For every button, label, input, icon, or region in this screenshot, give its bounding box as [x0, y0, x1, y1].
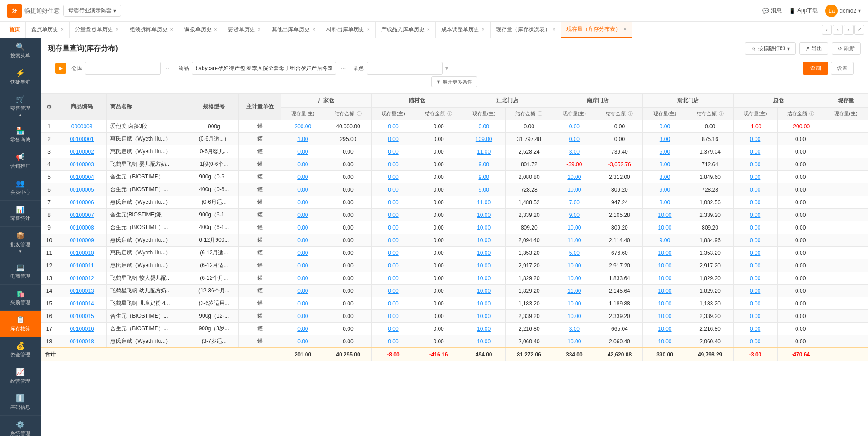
tab-stock-dist[interactable]: 现存量（库存分布表） ×	[561, 22, 632, 38]
table-container[interactable]: ⚙ 商品编码 商品名称 规格型号 主计量单位 厂家仓 陆村仓 江北门店 南岸门店…	[41, 94, 868, 436]
th-gear[interactable]: ⚙	[41, 94, 57, 120]
tab-material-out-close[interactable]: ×	[367, 27, 370, 32]
sidebar-item-marketing[interactable]: 📢 营销推广	[0, 148, 41, 174]
message-button[interactable]: 💬 消息	[762, 7, 782, 14]
retail-mgmt-icon: 🛒	[16, 95, 25, 103]
tab-inventory-count[interactable]: 盘点单历史 ×	[26, 22, 70, 38]
table-cell: 0.00	[733, 221, 777, 234]
table-row: 1700100016合生元（BIOSTIME）...900g（3岁...罐0.0…	[41, 323, 868, 335]
goods-dots-button[interactable]: ···	[339, 65, 348, 72]
print-button[interactable]: 🖨 按模版打印 ▾	[745, 42, 796, 55]
tab-finished-in-close[interactable]: ×	[427, 27, 430, 32]
sidebar-item-ops[interactable]: 📈 经营管理	[0, 363, 41, 389]
refresh-button[interactable]: ↺ 刷新	[832, 42, 861, 55]
query-button[interactable]: 查询	[803, 62, 828, 75]
summary-cell: -416.16	[415, 348, 462, 361]
fac-amt-info-icon[interactable]: ⓘ	[357, 111, 362, 116]
nav-close-all-button[interactable]: ×	[844, 25, 854, 35]
table-cell: 15	[41, 297, 57, 310]
table-cell: 0.00	[733, 209, 777, 221]
table-cell: 0.00	[372, 145, 415, 158]
warehouse-dots-button[interactable]: ···	[164, 65, 173, 72]
sidebar-item-retail-shop[interactable]: 🏪 零售商城	[0, 122, 41, 148]
tab-split-count[interactable]: 分量盘点单历史 ×	[70, 22, 124, 38]
top-bar: 好 畅捷通好生意 母婴行业演示陈套 ▾ 💬 消息 📱 App下载 Ea demo…	[0, 0, 868, 22]
jb-amt-info-icon[interactable]: ⓘ	[538, 111, 542, 116]
nav-prev-arrow[interactable]: ‹	[822, 25, 832, 35]
sidebar-item-search[interactable]: 🔍 搜索英单	[0, 38, 41, 64]
nav-next-arrow[interactable]: ›	[833, 25, 843, 35]
sidebar-item-member[interactable]: 👥 会员中心	[0, 174, 41, 201]
tab-transfer-close[interactable]: ×	[214, 27, 217, 32]
settings-button[interactable]: 设置	[831, 62, 854, 75]
tab-requisition-close[interactable]: ×	[258, 27, 260, 32]
th-jb-stock: 现存量(主)	[462, 108, 506, 120]
sidebar-item-system[interactable]: ⚙️ 系统管理	[0, 416, 41, 436]
tab-other-out[interactable]: 其他出库单历史 ×	[266, 22, 321, 38]
sidebar-item-retail-stats-label: 零售统计	[10, 215, 30, 222]
tab-finished-in[interactable]: 产成品入库单历史 ×	[376, 22, 436, 38]
tab-assembly[interactable]: 组装拆卸单历史 ×	[124, 22, 179, 38]
sidebar-item-finance[interactable]: 💰 资金管理	[0, 337, 41, 363]
tab-split-count-close[interactable]: ×	[116, 27, 118, 32]
gear-icon[interactable]: ⚙	[46, 103, 53, 111]
sidebar-item-inventory[interactable]: 📋 库存核算	[0, 311, 41, 337]
tab-stock-dist-close[interactable]: ×	[623, 27, 626, 32]
table-row: 1800100018惠氏启赋（Wyeth illu...）(3-7岁适...罐0…	[41, 335, 868, 348]
table-cell: 2,094.40	[506, 234, 552, 247]
tab-home[interactable]: 首页	[4, 22, 26, 38]
table-cell: 16	[41, 310, 57, 323]
tab-material-out[interactable]: 材料出库单历史 ×	[321, 22, 376, 38]
table-cell: 0.00	[687, 120, 733, 133]
summary-cell: 40,295.00	[325, 348, 371, 361]
table-cell: 2	[41, 133, 57, 145]
table-cell: 9	[41, 221, 57, 234]
tab-requisition[interactable]: 要货单历史 ×	[222, 22, 266, 38]
tab-cost-adj[interactable]: 成本调整单历史 ×	[436, 22, 491, 38]
color-input[interactable]	[367, 62, 443, 75]
tab-transfer[interactable]: 调拨单历史 ×	[179, 22, 223, 38]
tab-home-label: 首页	[9, 26, 20, 33]
table-cell: 惠氏启赋（Wyeth illu...）	[107, 133, 189, 145]
filter-collapse-button[interactable]: ▶	[55, 63, 66, 74]
avatar: Ea	[825, 5, 838, 17]
table-cell: 惠氏启赋（Wyeth illu...）	[107, 247, 189, 259]
luc-amt-info-icon[interactable]: ⓘ	[447, 111, 452, 116]
yb-amt-info-icon[interactable]: ⓘ	[719, 111, 724, 116]
table-cell: 0.00	[415, 323, 462, 335]
sidebar-item-retail-stats[interactable]: 📊 零售统计	[0, 201, 41, 227]
sidebar: 🔍 搜索英单 ⚡ 快捷导航 🛒 零售管理 ▲ 🏪 零售商城 📢 营销推广 👥 会…	[0, 38, 41, 436]
app-download-button[interactable]: 📱 App下载	[789, 7, 818, 14]
warehouse-input[interactable]	[85, 62, 161, 75]
table-cell: 2,339.20	[687, 310, 733, 323]
table-cell: 0.00	[372, 196, 415, 209]
tab-cost-adj-close[interactable]: ×	[482, 27, 485, 32]
table-cell: 1,884.96	[687, 234, 733, 247]
user-profile[interactable]: Ea demo2 ▾	[825, 5, 861, 17]
table-cell: 0000003	[57, 120, 107, 133]
export-button[interactable]: ↗ 导出	[799, 42, 828, 55]
table-row: 400100003飞鹤星飞帆 婴儿配方奶...1段(0-6个...罐0.000.…	[41, 158, 868, 171]
table-cell: 13	[41, 272, 57, 285]
sidebar-item-quicknav[interactable]: ⚡ 快捷导航	[0, 64, 41, 90]
sidebar-item-wholesale[interactable]: 📦 批发管理 ▼	[0, 227, 41, 258]
sidebar-item-retail-mgmt[interactable]: 🛒 零售管理 ▲	[0, 90, 41, 122]
tab-inventory-count-close[interactable]: ×	[61, 27, 64, 32]
sidebar-item-ecommerce-label: 电商管理	[10, 273, 30, 280]
tab-stock-status[interactable]: 现存量（库存状况表） ×	[491, 22, 561, 38]
sidebar-item-purchase[interactable]: 🛍️ 采购管理	[0, 285, 41, 311]
goods-input[interactable]	[192, 62, 336, 75]
tab-stock-status-close[interactable]: ×	[553, 27, 556, 32]
na-amt-info-icon[interactable]: ⓘ	[628, 111, 633, 116]
tab-assembly-close[interactable]: ×	[170, 27, 173, 32]
tab-other-out-close[interactable]: ×	[312, 27, 315, 32]
sidebar-item-ecommerce[interactable]: 💻 电商管理	[0, 258, 41, 285]
table-cell: 10.00	[643, 272, 687, 285]
industry-selector[interactable]: 母婴行业演示陈套 ▾	[63, 5, 121, 17]
tot-amt-info-icon[interactable]: ⓘ	[809, 111, 814, 116]
table-cell: 合生元（BIOSTIME）...	[107, 323, 189, 335]
nav-expand-button[interactable]: ⤢	[854, 25, 864, 35]
expand-more-button[interactable]: ▼ 展开更多条件	[431, 76, 478, 87]
table-cell: 罐	[239, 145, 281, 158]
sidebar-item-basic[interactable]: ℹ️ 基础信息	[0, 389, 41, 416]
